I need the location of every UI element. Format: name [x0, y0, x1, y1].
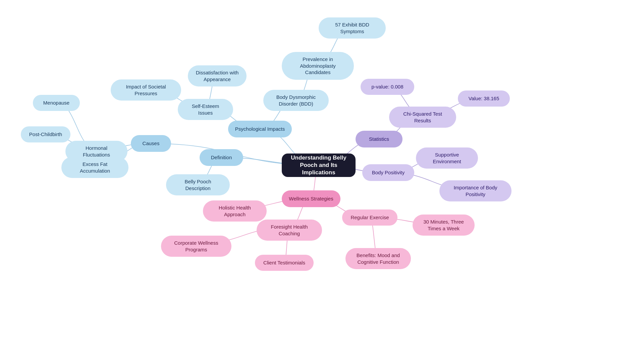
node-chi-squared: Chi-Squared Test Results: [389, 107, 456, 128]
node-supportive: Supportive Environment: [416, 147, 478, 169]
node-psychological: Psychological Impacts: [228, 121, 292, 137]
node-bdd: Body Dysmorphic Disorder (BDD): [263, 90, 329, 111]
node-dissatisfaction: Dissatisfaction with Appearance: [188, 65, 247, 86]
node-foresight: Foresight Health Coaching: [257, 220, 322, 241]
node-corporate: Corporate Wellness Programs: [161, 236, 231, 257]
node-benefits: Benefits: Mood and Cognitive Function: [345, 248, 411, 269]
node-body-positivity: Body Positivity: [362, 164, 414, 181]
node-menopause: Menopause: [33, 95, 80, 111]
center-node: Understanding Belly Pooch and Its Implic…: [282, 154, 356, 177]
node-testimonials: Client Testimonials: [255, 255, 314, 271]
node-30-minutes: 30 Minutes, Three Times a Week: [413, 215, 475, 236]
node-self-esteem: Self-Esteem Issues: [178, 99, 233, 120]
node-holistic: Holistic Health Approach: [203, 200, 267, 222]
node-pvalue: p-value: 0.008: [361, 79, 414, 95]
node-excess-fat: Excess Fat Accumulation: [61, 157, 128, 178]
node-statistics: Statistics: [356, 131, 402, 147]
node-importance-bp: Importance of Body Positivity: [439, 180, 512, 201]
node-post-childbirth: Post-Childbirth: [21, 126, 70, 142]
node-wellness: Wellness Strategies: [282, 190, 340, 207]
mindmap-container: Understanding Belly Pooch and Its Implic…: [0, 0, 644, 363]
node-value: Value: 38.165: [458, 90, 510, 107]
node-causes: Causes: [131, 135, 171, 152]
node-definition: Definition: [200, 149, 243, 166]
node-prevalence: Prevalence in Abdominoplasty Candidates: [282, 52, 354, 80]
node-societal: Impact of Societal Pressures: [111, 79, 181, 101]
node-bdd-symptoms: 57 Exhibit BDD Symptoms: [319, 17, 386, 39]
node-belly-desc: Belly Pooch Description: [166, 174, 230, 195]
node-regular-exercise: Regular Exercise: [342, 209, 397, 226]
